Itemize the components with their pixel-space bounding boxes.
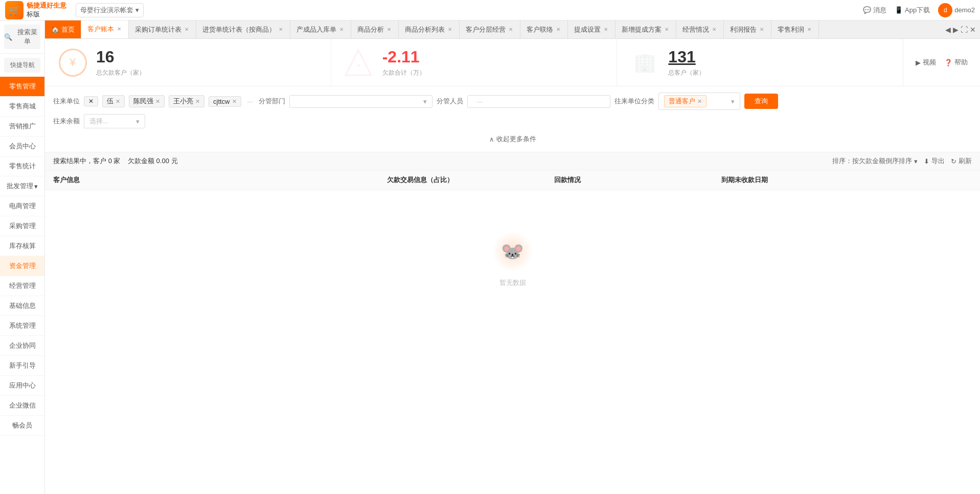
chevron-down-icon: ▾ — [423, 98, 427, 105]
tab-close-icon[interactable]: ✕ — [806, 26, 812, 33]
tab-close-icon[interactable]: ✕ — [386, 26, 392, 33]
tab-home[interactable]: 🏠 首页 — [45, 20, 81, 39]
sidebar-item-member[interactable]: 畅会员 — [0, 416, 44, 436]
unit-type-dropdown[interactable]: 普通客户 ✕ ▾ — [658, 93, 740, 110]
tab-next-btn[interactable]: ▶ — [953, 26, 959, 34]
sidebar-item-wholesale[interactable]: 批发管理 ▾ — [0, 176, 44, 196]
sidebar-item-marketing[interactable]: 营销推广 — [0, 117, 44, 137]
sidebar-item-label: 经营管理 — [9, 282, 36, 289]
tab-expand-btn[interactable]: ⛶ — [961, 26, 968, 34]
tab-product-analysis[interactable]: 商品分析 ✕ — [351, 20, 399, 39]
tab-inbound-stats[interactable]: 进货单统计表（按商品） ✕ — [196, 20, 290, 39]
refresh-btn[interactable]: ↻ 刷新 — [951, 156, 972, 166]
query-button[interactable]: 查询 — [744, 94, 778, 109]
filter-area: 往来单位 ✕ 伍 ✕ 陈民强 ✕ 王小亮 ✕ — [45, 86, 980, 152]
tab-prev-btn[interactable]: ◀ — [945, 26, 951, 34]
tag-close-icon[interactable]: ✕ — [697, 98, 702, 105]
tab-label: 利润报告 — [730, 25, 757, 34]
person-more-icon[interactable]: ··· — [475, 98, 485, 105]
tag-close-icon[interactable]: ✕ — [232, 98, 237, 105]
tab-customer-mgmt[interactable]: 客户分层经营 ✕ — [460, 20, 520, 39]
app-download-btn[interactable]: 📱 App下载 — [895, 6, 930, 15]
tab-product-inbound[interactable]: 产成品入库单 ✕ — [290, 20, 351, 39]
tab-close-icon[interactable]: ✕ — [184, 26, 190, 33]
search-icon: 🔍 — [4, 33, 12, 41]
tab-close-icon[interactable]: ✕ — [116, 25, 122, 33]
sidebar-item-label: 资金管理 — [9, 262, 36, 270]
sidebar-item-ecommerce[interactable]: 电商管理 — [0, 196, 44, 216]
tab-close-icon[interactable]: ✕ — [338, 26, 345, 33]
sort-select[interactable]: 排序：按欠款金额倒序排序 ▾ — [832, 156, 918, 166]
stats-actions: ▶ 视频 ❓ 帮助 — [903, 39, 980, 86]
svg-text:✦: ✦ — [356, 62, 361, 70]
tab-close-icon[interactable]: ✕ — [508, 26, 514, 33]
tab-label: 采购订单统计表 — [135, 25, 181, 34]
tab-close-all-btn[interactable]: ✕ — [970, 26, 976, 34]
sidebar-item-purchase[interactable]: 采购管理 — [0, 216, 44, 236]
tab-purchase-order[interactable]: 采购订单统计表 ✕ — [129, 20, 196, 39]
tab-close-icon[interactable]: ✕ — [278, 26, 284, 33]
tab-new-promo[interactable]: 新增提成方案 ✕ — [616, 20, 676, 39]
tag-close-icon[interactable]: ✕ — [116, 98, 120, 105]
tab-customer-contact[interactable]: 客户联络 ✕ — [520, 20, 568, 39]
tab-promo-settings[interactable]: 提成设置 ✕ — [568, 20, 616, 39]
tab-profit-report[interactable]: 利润报告 ✕ — [724, 20, 771, 39]
filter-tag-x: ✕ — [84, 96, 98, 106]
sidebar-item-label: 企业协同 — [9, 342, 36, 349]
sidebar-item-operations-mgmt[interactable]: 经营管理 — [0, 276, 44, 296]
page-content: ¥ 16 总欠款客户（家） ✦ -2.11 — [45, 39, 980, 494]
empty-text: 暂无数据 — [499, 278, 526, 287]
help-icon: ❓ — [944, 59, 952, 66]
balance-dropdown[interactable]: 选择... ▾ — [84, 114, 145, 128]
store-name: 母婴行业演示帐套 — [80, 6, 133, 15]
tab-close-icon[interactable]: ✕ — [711, 26, 717, 33]
tag-close-icon[interactable]: ✕ — [155, 98, 160, 105]
tab-close-icon[interactable]: ✕ — [759, 26, 765, 33]
chevron-down-icon: ▾ — [914, 158, 918, 165]
filter-tag-wu: 伍 ✕ — [102, 95, 125, 107]
sidebar-item-retail-stats[interactable]: 零售统计 — [0, 156, 44, 176]
video-btn[interactable]: ▶ 视频 — [916, 58, 936, 67]
more-tags-btn[interactable]: ··· — [245, 98, 255, 105]
sidebar-item-retail-store[interactable]: 零售商城 — [0, 97, 44, 117]
dept-dropdown[interactable]: ▾ — [289, 95, 432, 108]
tab-retail-profit[interactable]: 零售利润 ✕ — [771, 20, 819, 39]
sidebar-item-member-center[interactable]: 会员中心 — [0, 137, 44, 156]
tag-close-icon[interactable]: ✕ — [195, 98, 200, 105]
person-dropdown[interactable]: ··· — [467, 95, 610, 108]
sidebar-item-enterprise-wechat[interactable]: 企业微信 — [0, 396, 44, 416]
sidebar-item-inventory[interactable]: 库存核算 — [0, 236, 44, 256]
tab-product-analysis-list[interactable]: 商品分析列表 ✕ — [399, 20, 460, 39]
sidebar-item-label: 企业微信 — [9, 401, 36, 409]
sidebar-item-system[interactable]: 系统管理 — [0, 316, 44, 336]
stat-credit-total: ✦ -2.11 欠款合计（万） — [331, 39, 618, 86]
sidebar-item-app-center[interactable]: 应用中心 — [0, 376, 44, 396]
refresh-label: 刷新 — [959, 156, 972, 166]
stats-bar: ¥ 16 总欠款客户（家） ✦ -2.11 — [45, 39, 980, 86]
tab-close-icon[interactable]: ✕ — [555, 26, 561, 33]
collapse-filters-btn[interactable]: ∧ 收起更多条件 — [53, 132, 972, 146]
sidebar-item-new-guide[interactable]: 新手引导 — [0, 356, 44, 376]
export-btn[interactable]: ⬇ 导出 — [924, 156, 945, 166]
message-btn[interactable]: 💬 消息 — [863, 6, 886, 15]
user-info[interactable]: d demo2 — [938, 3, 975, 17]
quick-nav-btn[interactable]: 快捷导航 — [4, 58, 40, 73]
sidebar-item-label: 应用中心 — [9, 381, 36, 389]
filter-row-1: 往来单位 ✕ 伍 ✕ 陈民强 ✕ 王小亮 ✕ — [53, 93, 972, 110]
logo-sub: 标版 — [27, 10, 66, 19]
sidebar-item-retail-mgmt[interactable]: 零售管理 — [0, 77, 44, 97]
tab-close-icon[interactable]: ✕ — [603, 26, 609, 33]
tab-customer-book[interactable]: 客户账本 ✕ — [81, 20, 129, 39]
sidebar-item-enterprise-coop[interactable]: 企业协同 — [0, 336, 44, 356]
chevron-down-icon: ▾ — [135, 6, 139, 14]
store-selector[interactable]: 母婴行业演示帐套 ▾ — [76, 3, 144, 17]
sidebar-item-finance[interactable]: 资金管理 — [0, 256, 44, 276]
tab-label: 经营情况 — [682, 25, 709, 34]
help-btn[interactable]: ❓ 帮助 — [944, 58, 968, 67]
tab-operations[interactable]: 经营情况 ✕ — [676, 20, 724, 39]
tab-close-icon[interactable]: ✕ — [447, 26, 453, 33]
sidebar-item-basic-info[interactable]: 基础信息 — [0, 296, 44, 316]
tab-close-icon[interactable]: ✕ — [664, 26, 670, 33]
search-menu-btn[interactable]: 🔍 搜索菜单 — [4, 25, 40, 49]
sidebar-item-label: 零售商城 — [9, 102, 36, 110]
